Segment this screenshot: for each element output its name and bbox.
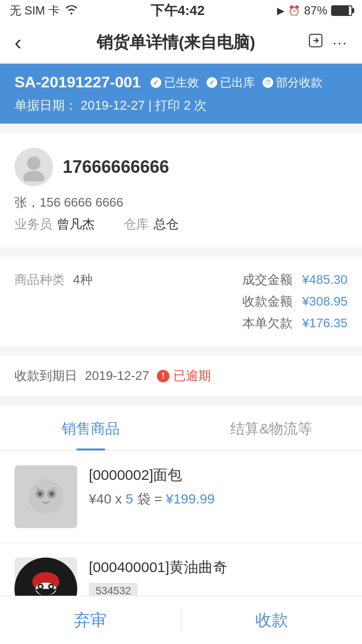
summary-section: 商品种类 4种 成交金额 ¥485.30 收款金额 ¥308.95 本单欠款 ¥… [0,257,362,346]
customer-phone: 17666666666 [63,157,169,177]
due-date-section: 收款到期日 2019-12-27 ! 已逾期 [0,356,362,396]
more-icon[interactable]: ··· [333,34,348,51]
product-name-bread: [0000002]面包 [89,465,348,485]
overdue-dot-icon: ! [157,370,169,382]
abandon-review-button[interactable]: 弃审 [0,600,181,641]
svg-point-8 [39,492,42,495]
battery-text: 87% [304,4,327,17]
status-bar: 无 SIM 卡 下午4:42 ▶ ⏰ 87% [0,0,362,21]
trade-value: ¥485.30 [302,272,348,287]
status-partial-label: 部分收款 [276,75,322,90]
category-label: 商品种类 [14,272,65,287]
back-button[interactable]: ‹ [14,30,43,55]
owl-placeholder [14,465,77,528]
tab-sales-products[interactable]: 销售商品 [0,406,181,450]
product-image-bread [14,465,77,528]
due-amount-row: 本单欠款 ¥176.35 [242,315,348,332]
warehouse-label: 仓库 [124,216,149,233]
svg-point-1 [27,156,41,170]
status-badges: 已生效 已出库 部分收款 [151,75,322,90]
trade-label: 成交金额 [242,271,292,288]
bread-unit: 袋 [137,491,151,506]
status-badge-shipped: 已出库 [207,75,255,90]
status-bar-right: ▶ ⏰ 87% [277,4,352,17]
location-icon: ▶ [277,5,284,16]
status-bar-left: 无 SIM 卡 [10,3,78,18]
salesman-label: 业务员 [14,216,52,233]
receipt-value: ¥308.95 [302,294,348,309]
status-shipped-label: 已出库 [220,75,255,90]
order-date: 2019-12-27 [81,98,145,112]
receipt-label: 收款金额 [242,293,292,310]
category-count: 4种 [73,272,92,287]
product-item: [0000002]面包 ¥40 x 5 袋 = ¥199.99 [0,451,362,543]
svg-point-3 [28,479,63,514]
svg-point-16 [39,585,42,588]
avatar [14,148,53,186]
status-badge-partial: 部分收款 [263,75,322,90]
overdue-badge: ! 已逾期 [157,367,211,384]
nav-actions: ··· [308,33,348,51]
date-label: 单据日期： [14,98,77,112]
due-value: ¥176.35 [302,316,348,331]
clock-icon-partial [263,77,273,88]
salesman-item: 业务员 曾凡杰 [14,216,95,233]
overdue-text: 已逾期 [173,367,211,384]
nav-bar: ‹ 销货单详情(来自电脑) ··· [0,21,362,64]
product-price-bread: ¥40 x 5 袋 = ¥199.99 [89,490,348,508]
due-date-label: 收款到期日 [14,367,77,384]
svg-point-17 [50,585,53,588]
customer-section: 17666666666 张，156 6666 6666 业务员 曾凡杰 仓库 总… [0,133,362,247]
product-name-cookie: [000400001]黄油曲奇 [89,558,348,577]
bread-qty: 5 [125,491,133,506]
carrier-text: 无 SIM 卡 [10,3,60,18]
bread-total: ¥199.99 [166,491,215,506]
trade-amount-row: 成交金额 ¥485.30 [242,271,348,288]
print-unit: 次 [194,98,207,112]
print-count: 2 [184,98,191,112]
page-title: 销货单详情(来自电脑) [97,31,255,54]
warehouse-item: 仓库 总仓 [124,216,179,233]
check-icon-shipped [207,77,217,88]
alarm-icon: ⏰ [288,5,300,16]
due-date-value: 2019-12-27 [85,368,149,383]
bread-price: ¥40 [89,491,111,506]
warehouse-value: 总仓 [153,216,179,233]
header-banner: SA-20191227-001 已生效 已出库 部分收款 单据日期： 2019-… [0,64,362,124]
product-info-bread: [0000002]面包 ¥40 x 5 袋 = ¥199.99 [89,465,348,508]
wifi-icon [65,4,78,17]
svg-point-2 [23,171,44,182]
status-badge-active: 已生效 [151,75,199,90]
share-icon[interactable] [308,33,323,51]
receipt-amount-row: 收款金额 ¥308.95 [242,293,348,310]
summary-left: 商品种类 4种 [14,271,148,288]
bottom-bar: 弃审 收款 [0,596,362,644]
svg-point-9 [50,492,53,495]
print-label: | 打印 [148,98,183,112]
tabs-header: 销售商品 结算&物流等 [0,406,362,451]
customer-details: 业务员 曾凡杰 仓库 总仓 [14,216,348,233]
order-status-row: SA-20191227-001 已生效 已出库 部分收款 [14,73,348,91]
summary-right: 成交金额 ¥485.30 收款金额 ¥308.95 本单欠款 ¥176.35 [148,271,348,332]
customer-main-row: 17666666666 [14,148,348,186]
status-bar-time: 下午4:42 [151,1,205,20]
check-icon-active [151,77,161,88]
battery-icon [331,5,352,16]
tab-settlement[interactable]: 结算&物流等 [181,406,362,450]
customer-name-phone: 张，156 6666 6666 [14,194,348,211]
due-label: 本单欠款 [242,315,292,332]
order-id: SA-20191227-001 [14,73,141,91]
collect-payment-button[interactable]: 收款 [181,600,362,641]
salesman-value: 曾凡杰 [57,216,95,233]
order-date-row: 单据日期： 2019-12-27 | 打印 2 次 [14,97,348,114]
status-active-label: 已生效 [164,75,199,90]
